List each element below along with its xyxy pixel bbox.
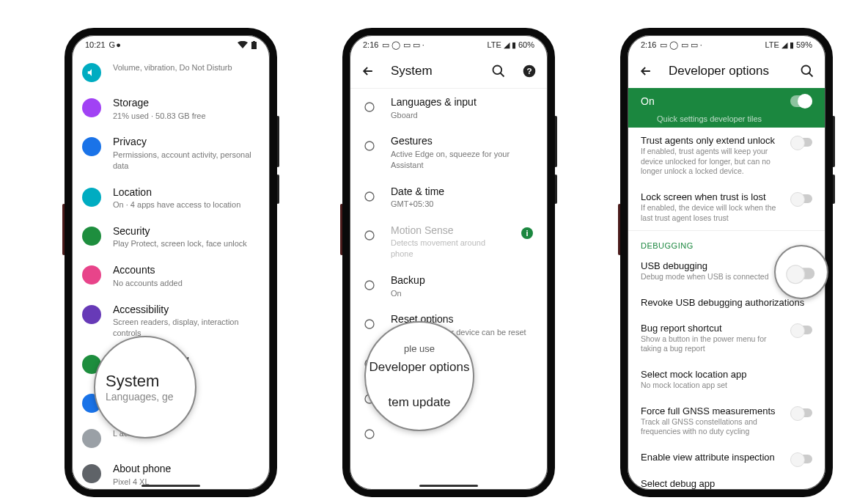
row-title: Accounts	[113, 264, 260, 277]
row-subtitle: Track all GNSS constellations and freque…	[641, 417, 784, 437]
row-icon	[82, 429, 101, 448]
row-icon	[360, 98, 379, 117]
svg-rect-1	[253, 41, 255, 42]
status-bar: 10:21 G ●	[72, 35, 270, 54]
row-title: Backup	[391, 274, 537, 287]
settings-row[interactable]: LocationOn · 4 apps have access to locat…	[72, 179, 270, 218]
settings-row[interactable]: AccessibilityScreen readers, display, in…	[72, 296, 270, 346]
system-row[interactable]: BackupOn	[350, 267, 548, 306]
row-title: Security	[113, 225, 260, 238]
settings-row[interactable]: PrivacyPermissions, account activity, pe…	[72, 128, 270, 178]
row-title: Enable view attribute inspection	[641, 452, 784, 463]
svg-point-7	[365, 192, 374, 201]
row-icon	[82, 464, 101, 483]
row-subtitle: Show a button in the power menu for taki…	[641, 334, 784, 354]
phone-settings-main: 10:21 G ● V	[65, 28, 277, 497]
row-icon	[82, 137, 101, 156]
row-icon	[360, 425, 379, 444]
search-icon[interactable]	[490, 63, 507, 79]
dev-row[interactable]: Force full GNSS measurementsTrack all GN…	[628, 398, 825, 444]
row-title: Privacy	[113, 136, 260, 149]
master-toggle-banner[interactable]: On	[628, 88, 825, 114]
svg-point-8	[365, 231, 374, 240]
row-subtitle: 21% used · 50.83 GB free	[113, 111, 260, 122]
row-icon	[82, 98, 101, 117]
dev-row[interactable]: Select mock location appNo mock location…	[628, 361, 825, 398]
status-left-icons: ▭ ◯ ▭ ▭ ·	[660, 40, 702, 50]
dev-row[interactable]: Select debug app	[628, 471, 825, 490]
system-row[interactable]: Languages & inputGboard	[350, 89, 548, 128]
row-icon	[82, 227, 101, 246]
svg-point-14	[802, 66, 811, 75]
help-icon[interactable]: ?	[521, 63, 537, 79]
back-icon[interactable]	[360, 63, 376, 79]
appbar-title: Developer options	[669, 64, 769, 78]
switch-off[interactable]	[792, 455, 812, 463]
side-button	[618, 204, 621, 255]
row-subtitle: Screen readers, display, interaction con…	[113, 317, 260, 339]
switch-off[interactable]	[792, 326, 812, 334]
row-title: Languages & input	[391, 96, 537, 109]
row-title: Select mock location app	[641, 369, 812, 380]
system-row[interactable]: Date & timeGMT+05:30	[350, 178, 548, 217]
status-bar: 2:16 ▭ ◯ ▭ ▭ · LTE ◢ ▮ 60%	[350, 35, 548, 54]
svg-text:?: ?	[526, 66, 532, 76]
wifi-icon	[238, 41, 248, 48]
battery-icon	[251, 41, 257, 49]
row-title: Storage	[113, 97, 260, 110]
zoom-switch-off	[788, 268, 814, 279]
settings-row[interactable]: SecurityPlay Protect, screen lock, face …	[72, 218, 270, 257]
nav-handle[interactable]	[419, 485, 478, 487]
zoom-line1: Developer options	[369, 360, 469, 375]
phone-system-settings: 2:16 ▭ ◯ ▭ ▭ · LTE ◢ ▮ 60% System ?	[342, 28, 555, 497]
row-icon	[360, 136, 379, 155]
status-right: LTE ◢ ▮ 59%	[765, 40, 812, 50]
row-title: Select debug app	[641, 478, 812, 489]
settings-row[interactable]: Storage21% used · 50.83 GB free	[72, 89, 270, 128]
zoom-above: ple use	[404, 343, 435, 354]
pre-section-list[interactable]: Trust agents only extend unlockIf enable…	[628, 128, 825, 230]
row-title: About phone	[113, 463, 260, 476]
side-button	[340, 204, 343, 255]
status-time: 10:21	[85, 40, 106, 49]
row-subtitle: No mock location app set	[641, 381, 812, 391]
dev-row[interactable]: Bug report shortcutShow a button in the …	[628, 315, 825, 361]
status-bar: 2:16 ▭ ◯ ▭ ▭ · LTE ◢ ▮ 59%	[628, 35, 825, 54]
row-title: Gestures	[391, 135, 537, 148]
svg-point-6	[365, 142, 374, 150]
zoom-lens-devopts: ple use Developer options tem update	[364, 321, 474, 431]
search-icon[interactable]	[799, 63, 815, 79]
zoom-line2: tem update	[388, 395, 450, 410]
system-row[interactable]: Motion SenseDetects movement around phon…	[350, 217, 548, 267]
row-subtitle: No accounts added	[113, 278, 260, 289]
row-subtitle: GMT+05:30	[391, 199, 537, 210]
dev-row[interactable]: Lock screen when trust is lostIf enabled…	[628, 184, 825, 230]
settings-row[interactable]: AccountsNo accounts added	[72, 257, 270, 295]
nav-handle[interactable]	[141, 485, 200, 487]
banner-strip: Quick settings developer tiles	[628, 114, 825, 128]
side-button	[62, 204, 65, 255]
row-subtitle: On · 4 apps have access to location	[113, 199, 260, 210]
dev-row[interactable]: Enable view attribute inspection	[628, 444, 825, 471]
switch-off[interactable]	[792, 194, 812, 203]
back-icon[interactable]	[638, 63, 654, 79]
appbar-title: System	[391, 64, 433, 78]
row-title: Accessibility	[113, 304, 260, 317]
master-switch-on[interactable]	[790, 95, 812, 107]
power-button	[276, 175, 279, 204]
svg-point-13	[365, 430, 374, 438]
svg-point-5	[365, 103, 374, 111]
settings-row-sound[interactable]: Volume, vibration, Do Not Disturb	[72, 54, 270, 89]
zoom-lens-usb-switch	[774, 245, 828, 299]
svg-rect-0	[251, 42, 257, 49]
row-subtitle: Active Edge on, squeeze for your Assista…	[391, 149, 537, 171]
dev-row[interactable]: Trust agents only extend unlockIf enable…	[628, 128, 825, 184]
power-button	[554, 175, 557, 204]
system-row[interactable]: GesturesActive Edge on, squeeze for your…	[350, 128, 548, 177]
volume-button	[554, 116, 557, 167]
row-subtitle: If enabled, the device will lock when th…	[641, 203, 784, 223]
row-subtitle: Play Protect, screen lock, face unlock	[113, 238, 260, 249]
info-badge-icon[interactable]: i	[521, 227, 533, 239]
switch-off[interactable]	[792, 138, 812, 147]
switch-off[interactable]	[792, 408, 812, 417]
